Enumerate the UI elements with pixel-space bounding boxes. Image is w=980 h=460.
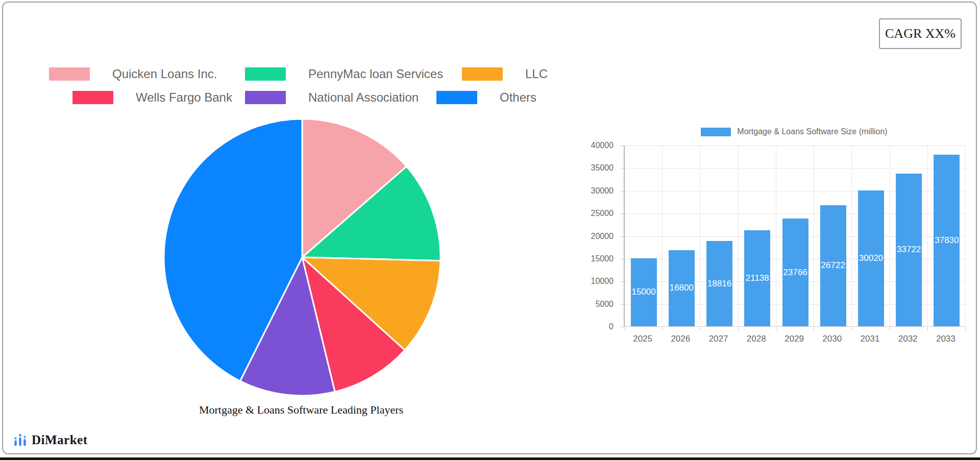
x-tick-label: 2029 xyxy=(775,334,813,344)
x-tick-mark xyxy=(965,327,966,330)
legend-item-pennymac[interactable]: PennyMac loan Services xyxy=(245,67,443,81)
x-tick-mark xyxy=(662,327,663,330)
bar-chart-plot-area: 1500016800188162113823766267223002033722… xyxy=(624,146,965,327)
legend-label: National Association xyxy=(308,90,419,105)
bar-value-label: 21138 xyxy=(746,273,769,283)
bar-value-label: 33722 xyxy=(897,245,921,255)
y-tick-label: 10000 xyxy=(591,277,614,286)
legend-swatch-llc xyxy=(462,67,503,81)
bar-value-label: 16800 xyxy=(670,283,694,293)
bottom-border xyxy=(0,457,980,460)
bar-chart-y-axis: 0500010000150002000025000300003500040000 xyxy=(561,146,619,329)
legend-item-quicken-loans[interactable]: Quicken Loans Inc. xyxy=(49,67,217,81)
legend-item-wells-fargo[interactable]: Wells Fargo Bank xyxy=(72,90,232,105)
bar-2033[interactable]: 37830 xyxy=(934,155,960,326)
x-gridline xyxy=(814,146,814,327)
y-tick-label: 15000 xyxy=(591,254,614,263)
x-gridline xyxy=(738,146,739,327)
y-tick-label: 20000 xyxy=(591,232,614,241)
y-tick-label: 25000 xyxy=(591,209,614,218)
y-tick-mark xyxy=(621,168,624,168)
legend-label: Quicken Loans Inc. xyxy=(112,67,217,81)
bar-2030[interactable]: 26722 xyxy=(820,205,846,326)
bar-value-label: 18816 xyxy=(707,279,731,289)
bar-2031[interactable]: 30020 xyxy=(858,190,884,326)
legend-swatch-quicken-loans xyxy=(49,67,90,81)
x-gridline xyxy=(700,146,700,327)
x-tick-mark xyxy=(851,327,852,330)
bar-2032[interactable]: 33722 xyxy=(896,174,922,326)
y-tick-mark xyxy=(621,281,624,282)
bar-value-label: 30020 xyxy=(859,253,883,263)
bar-2025[interactable]: 15000 xyxy=(631,258,657,326)
legend-item-national-association[interactable]: National Association xyxy=(245,90,419,105)
bar-value-label: 37830 xyxy=(935,235,959,246)
y-tick-mark xyxy=(621,236,624,237)
legend-label: PennyMac loan Services xyxy=(308,67,443,81)
legend-label: Wells Fargo Bank xyxy=(136,90,232,105)
bar-2029[interactable]: 23766 xyxy=(782,219,808,326)
cagr-badge: CAGR XX% xyxy=(879,18,962,49)
y-tick-label: 30000 xyxy=(591,186,614,196)
x-tick-mark xyxy=(814,327,814,330)
y-tick-label: 5000 xyxy=(595,300,614,309)
x-tick-label: 2027 xyxy=(699,334,737,344)
y-tick-label: 35000 xyxy=(591,163,614,173)
dimarket-bars-icon xyxy=(13,433,28,447)
x-tick-label: 2032 xyxy=(889,334,927,344)
x-tick-label: 2030 xyxy=(813,334,851,344)
x-gridline xyxy=(965,146,966,327)
x-tick-label: 2031 xyxy=(851,334,889,344)
x-gridline xyxy=(776,146,776,327)
x-tick-mark xyxy=(890,327,890,330)
x-gridline xyxy=(890,146,890,327)
pie-chart-title: Mortgage & Loans Software Leading Player… xyxy=(143,403,459,417)
x-tick-mark xyxy=(776,327,776,330)
y-tick-label: 0 xyxy=(609,322,614,331)
dimarket-logo: DiMarket xyxy=(13,433,88,447)
bar-2028[interactable]: 21138 xyxy=(744,230,770,326)
pie-chart xyxy=(162,117,442,397)
y-tick-mark xyxy=(621,213,624,214)
bar-value-label: 15000 xyxy=(631,287,655,297)
y-gridline xyxy=(625,168,966,168)
dimarket-logo-text: DiMarket xyxy=(32,433,88,447)
legend-swatch-national-association xyxy=(245,91,286,104)
bar-2026[interactable]: 16800 xyxy=(669,250,695,326)
bar-chart-x-axis: 202520262027202820292030203120322033 xyxy=(624,334,965,345)
cagr-label: CAGR XX% xyxy=(885,26,955,41)
x-tick-label: 2033 xyxy=(927,334,965,344)
y-tick-mark xyxy=(621,327,624,327)
legend-label: Others xyxy=(500,90,536,105)
legend-swatch-wells-fargo xyxy=(72,91,113,104)
y-tick-label: 40000 xyxy=(591,141,614,150)
x-gridline xyxy=(662,146,663,327)
bar-value-label: 23766 xyxy=(783,268,807,278)
y-tick-mark xyxy=(621,146,624,146)
x-tick-label: 2025 xyxy=(624,334,662,344)
x-tick-mark xyxy=(700,327,700,330)
y-tick-mark xyxy=(621,191,624,191)
x-gridline xyxy=(851,146,852,327)
legend-item-llc[interactable]: LLC xyxy=(462,67,548,81)
y-tick-mark xyxy=(621,304,624,305)
legend-swatch-others xyxy=(436,91,477,104)
x-tick-mark xyxy=(625,327,625,330)
legend-item-others[interactable]: Others xyxy=(436,90,536,105)
x-gridline xyxy=(927,146,928,327)
legend-swatch-pennymac xyxy=(245,67,286,81)
x-tick-label: 2028 xyxy=(738,334,775,344)
legend-label: LLC xyxy=(525,67,548,81)
y-gridline xyxy=(625,146,966,146)
bar-chart-legend[interactable]: Mortgage & Loans Software Size (million) xyxy=(624,126,965,138)
bar-value-label: 26722 xyxy=(821,260,845,271)
x-tick-mark xyxy=(927,327,928,330)
y-tick-mark xyxy=(621,259,624,259)
x-tick-mark xyxy=(738,327,739,330)
bar-legend-swatch xyxy=(701,128,731,136)
bar-legend-label: Mortgage & Loans Software Size (million) xyxy=(737,127,887,136)
x-tick-label: 2026 xyxy=(662,334,699,344)
bar-2027[interactable]: 18816 xyxy=(706,241,732,326)
